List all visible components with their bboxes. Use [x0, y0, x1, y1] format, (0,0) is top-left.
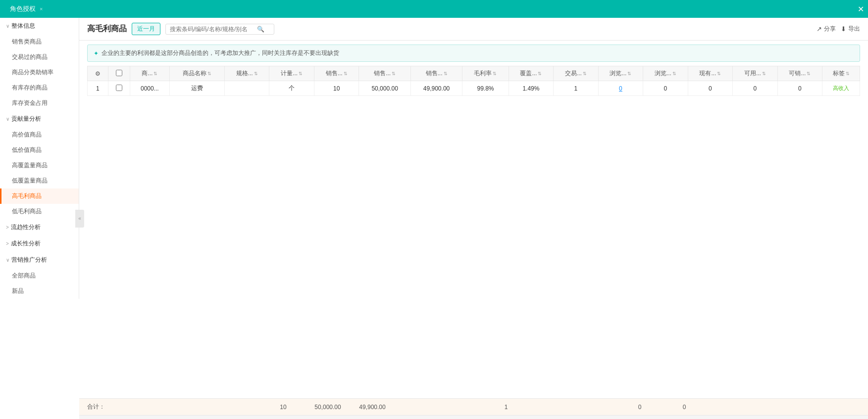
sort-icon-browse1[interactable]: ⇅ — [627, 71, 631, 76]
horizontal-scrollbar[interactable] — [79, 415, 868, 419]
export-button[interactable]: ⬇ 导出 — [841, 25, 860, 33]
sidebar-group-营销推广分析[interactable]: ∨营销推广分析 — [0, 252, 79, 268]
row-name: 运费 — [169, 81, 224, 96]
row-unit: 个 — [269, 81, 314, 96]
sidebar-item-高毛利商品[interactable]: 高毛利商品 — [0, 188, 79, 204]
th-unit[interactable]: 计量...⇅ — [269, 66, 314, 81]
sort-icon-transaction[interactable]: ⇅ — [583, 71, 587, 76]
content-header: 高毛利商品 近一月 🔍 ↗ 分享 ⬇ 导出 — [79, 18, 868, 41]
group-label: 贡献量分析 — [11, 115, 41, 123]
col-label-browse2: 浏览... — [655, 69, 671, 78]
sidebar-item-商品分类助销率[interactable]: 商品分类助销率 — [0, 65, 79, 80]
select-all-checkbox[interactable] — [116, 70, 122, 76]
search-input[interactable] — [170, 26, 254, 33]
col-label-sales_count: 销售... — [326, 69, 343, 78]
sort-icon-unit[interactable]: ⇅ — [299, 71, 303, 76]
sort-icon-gross_margin[interactable]: ⇅ — [493, 71, 497, 76]
th-code[interactable]: 商...⇅ — [130, 66, 170, 81]
th-available[interactable]: 可用...⇅ — [733, 66, 778, 81]
group-label: 成长性分析 — [11, 239, 41, 248]
th-saleable[interactable]: 可销...⇅ — [777, 66, 822, 81]
sidebar-item-低覆盖量商品[interactable]: 低覆盖量商品 — [0, 173, 79, 188]
share-icon: ↗ — [817, 25, 822, 33]
nav-tab-角色授权[interactable]: 角色授权× — [4, 0, 61, 18]
sort-icon-code[interactable]: ⇅ — [153, 71, 157, 76]
sort-icon-coverage[interactable]: ⇅ — [538, 71, 542, 76]
th-browse1[interactable]: 浏览...⇅ — [598, 66, 643, 81]
sidebar-item-销售类商品[interactable]: 销售类商品 — [0, 34, 79, 49]
sidebar-item-高价值商品[interactable]: 高价值商品 — [0, 127, 79, 142]
th-browse2[interactable]: 浏览...⇅ — [643, 66, 688, 81]
sidebar-item-新品[interactable]: 新品 — [0, 283, 79, 299]
filter-recent-month-button[interactable]: 近一月 — [132, 23, 160, 35]
sidebar-item-低毛利商品[interactable]: 低毛利商品 — [0, 204, 79, 219]
sidebar-toggle-button[interactable]: « — [75, 210, 84, 228]
sort-icon-current_stock[interactable]: ⇅ — [717, 71, 721, 76]
share-button[interactable]: ↗ 分享 — [817, 25, 836, 33]
group-arrow-icon: > — [6, 241, 9, 246]
footer-sales-profit: 49,900.00 — [353, 404, 392, 411]
col-label-gross_margin: 毛利率 — [474, 69, 492, 78]
col-label-transaction: 交易... — [565, 69, 582, 78]
col-label-saleable: 可销... — [789, 69, 806, 78]
sort-icon-sales_count[interactable]: ⇅ — [344, 71, 348, 76]
share-label: 分享 — [824, 25, 836, 33]
browse-link[interactable]: 0 — [619, 85, 622, 92]
settings-icon[interactable]: ⚙ — [95, 70, 101, 77]
sidebar-item-低价值商品[interactable]: 低价值商品 — [0, 142, 79, 158]
sort-icon-tag[interactable]: ⇅ — [846, 71, 850, 76]
sidebar-group-整体信息[interactable]: ∨整体信息 — [0, 18, 79, 34]
sidebar-group-贡献量分析[interactable]: ∨贡献量分析 — [0, 111, 79, 127]
th-current_stock[interactable]: 现有...⇅ — [688, 66, 733, 81]
th-sales_profit[interactable]: 销售...⇅ — [410, 66, 462, 81]
sort-icon-sales_profit[interactable]: ⇅ — [444, 71, 448, 76]
footer-transaction: 1 — [486, 404, 526, 411]
th-name[interactable]: 商品名称⇅ — [169, 66, 224, 81]
export-label: 导出 — [848, 25, 860, 33]
footer-label: 合计： — [87, 403, 105, 411]
footer-available: 0 — [664, 404, 704, 411]
sidebar-item-交易过的商品[interactable]: 交易过的商品 — [0, 49, 79, 65]
sort-icon-sales_amount[interactable]: ⇅ — [392, 71, 396, 76]
table-wrap: ⚙商...⇅商品名称⇅规格...⇅计量...⇅销售...⇅销售...⇅销售...… — [79, 66, 868, 398]
row-tag: 高收入 — [822, 81, 860, 96]
th-sales_amount[interactable]: 销售...⇅ — [359, 66, 410, 81]
sidebar: ∨整体信息销售类商品交易过的商品商品分类助销率有库存的商品库存资金占用∨贡献量分… — [0, 18, 79, 299]
th-transaction[interactable]: 交易...⇅ — [554, 66, 599, 81]
sidebar-item-库存资金占用[interactable]: 库存资金占用 — [0, 95, 79, 111]
main-layout: ∨整体信息销售类商品交易过的商品商品分类助销率有库存的商品库存资金占用∨贡献量分… — [0, 18, 868, 419]
th-coverage[interactable]: 覆盖...⇅ — [509, 66, 554, 81]
col-label-available: 可用... — [744, 69, 761, 78]
sidebar-wrap: ∨整体信息销售类商品交易过的商品商品分类助销率有库存的商品库存资金占用∨贡献量分… — [0, 18, 79, 419]
sort-icon-name[interactable]: ⇅ — [207, 71, 211, 76]
sidebar-item-有库存的商品[interactable]: 有库存的商品 — [0, 80, 79, 95]
sidebar-group-成长性分析[interactable]: >成长性分析 — [0, 235, 79, 252]
th-settings: ⚙ — [88, 66, 108, 81]
th-sales_count[interactable]: 销售...⇅ — [314, 66, 359, 81]
sidebar-group-流趋性分析[interactable]: >流趋性分析 — [0, 219, 79, 235]
col-label-unit: 计量... — [281, 69, 298, 78]
sort-icon-spec[interactable]: ⇅ — [254, 71, 258, 76]
sort-icon-available[interactable]: ⇅ — [762, 71, 766, 76]
group-arrow-icon: ∨ — [6, 23, 9, 29]
col-label-current_stock: 现有... — [699, 69, 716, 78]
sort-icon-browse2[interactable]: ⇅ — [672, 71, 676, 76]
tag-label: 高收入 — [833, 85, 849, 91]
group-label: 整体信息 — [11, 22, 35, 30]
window-close-button[interactable]: ✕ — [858, 4, 864, 14]
col-label-coverage: 覆盖... — [520, 69, 537, 78]
group-label: 营销推广分析 — [11, 256, 47, 264]
th-spec[interactable]: 规格...⇅ — [224, 66, 269, 81]
sidebar-item-高覆盖量商品[interactable]: 高覆盖量商品 — [0, 158, 79, 173]
tab-close-icon[interactable]: × — [40, 6, 43, 12]
sidebar-item-全部商品[interactable]: 全部商品 — [0, 268, 79, 283]
row-sales-profit: 49,900.00 — [410, 81, 462, 96]
search-icon[interactable]: 🔍 — [257, 26, 264, 33]
th-gross_margin[interactable]: 毛利率⇅ — [462, 66, 509, 81]
row-select-checkbox[interactable] — [116, 85, 122, 91]
sort-icon-saleable[interactable]: ⇅ — [807, 71, 811, 76]
footer-saleable — [709, 404, 749, 411]
th-tag[interactable]: 标签⇅ — [822, 66, 860, 81]
col-label-code: 商... — [142, 69, 153, 78]
row-checkbox — [108, 81, 130, 96]
